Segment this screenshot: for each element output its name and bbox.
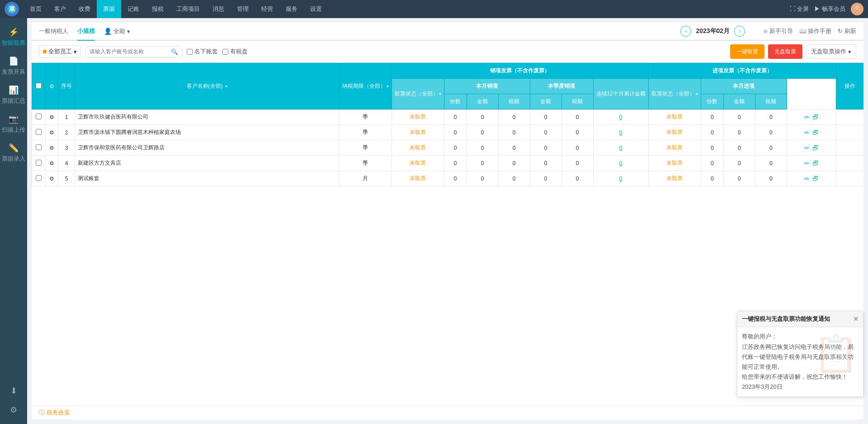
fullscreen-btn[interactable]: ⛶ 全屏	[790, 5, 809, 13]
th-monthly-purchase: 本月进项	[701, 79, 787, 94]
nav-customer[interactable]: 客户	[48, 0, 72, 18]
user-avatar[interactable]	[851, 3, 863, 15]
row-edit-icon[interactable]: ✏	[804, 144, 810, 152]
nav-service[interactable]: 服务	[279, 0, 304, 18]
summary-icon: 📊	[9, 85, 19, 95]
row-purchase-monthly-tax: 0	[755, 125, 787, 140]
sidebar-item-entry[interactable]: ✏️ 票据录入	[0, 138, 27, 167]
nav-settings[interactable]: 设置	[304, 0, 328, 18]
row-sales-monthly-tax: 0	[498, 110, 530, 125]
row-period: 季	[339, 156, 392, 171]
row-actions: ✏ 🗗	[787, 110, 836, 125]
smart-fetch-icon: ⚡	[9, 27, 19, 37]
row-checkbox[interactable]	[32, 156, 46, 171]
no-disk-fetch-btn[interactable]: 无盘取票	[768, 44, 802, 59]
tab-all-icon: 👤	[104, 28, 112, 35]
row-purchase-monthly-qty: 0	[701, 171, 723, 186]
search-btn[interactable]: 🔍	[167, 47, 182, 57]
row-purchase-monthly-tax: 0	[755, 171, 787, 186]
nav-invoice[interactable]: 票据	[97, 0, 121, 18]
tax-policy-link[interactable]: 税务政策	[47, 409, 70, 417]
th-checkbox	[32, 63, 46, 110]
row-purchase-monthly-qty: 0	[701, 140, 723, 156]
nav-home[interactable]: 首页	[24, 0, 48, 18]
checkbox-has-disk[interactable]: 有税盘	[222, 48, 248, 56]
select-all-checkbox[interactable]	[36, 83, 42, 89]
notification-close-btn[interactable]: ✕	[853, 315, 859, 323]
no-disk-ops-chevron: ▾	[848, 48, 851, 55]
row-sales-status: 未取票	[392, 156, 444, 171]
row-purchase-monthly-amount: 0	[723, 156, 755, 171]
tab-all[interactable]: 👤 全能 ▾	[104, 23, 130, 41]
row-edit-icon[interactable]: ✏	[804, 129, 810, 136]
row-checkbox[interactable]	[32, 125, 46, 140]
new-guide-btn[interactable]: ⊙ 新手引导	[763, 27, 793, 35]
row-view-icon[interactable]: 🗗	[812, 129, 819, 136]
sidebar-item-config[interactable]: ⚙	[8, 400, 19, 419]
row-checkbox[interactable]	[32, 171, 46, 186]
row-checkbox[interactable]	[32, 110, 46, 125]
date-prev-btn[interactable]: ‹	[680, 26, 691, 37]
top-nav-items: 首页 客户 收费 票据 记账 报税 工商项目 消息 管理 经营 服务 设置	[24, 0, 790, 18]
row-sales-monthly-tax: 0	[498, 125, 530, 140]
row-no: 4	[58, 156, 75, 171]
sidebar-item-smart-fetch[interactable]: ⚡ 智能取票	[0, 23, 27, 52]
date-next-btn[interactable]: ›	[734, 26, 745, 37]
no-disk-ops-btn[interactable]: 无盘取票操作 ▾	[806, 44, 856, 59]
row-purchase-monthly-amount: 0	[723, 171, 755, 186]
customer-filter-icon: ▾	[225, 84, 227, 89]
nav-accounting[interactable]: 记账	[121, 0, 146, 18]
tab-small[interactable]: 小规模	[77, 23, 95, 41]
svg-point-2	[855, 6, 859, 10]
sidebar-item-scan[interactable]: 📷 扫描上传	[0, 110, 27, 138]
row-edit-icon[interactable]: ✏	[804, 160, 810, 167]
row-view-icon[interactable]: 🗗	[812, 175, 819, 182]
row-sales-monthly-amount: 0	[467, 156, 498, 171]
row-sales-monthly-qty: 0	[444, 140, 467, 156]
row-sales-monthly-qty: 0	[444, 110, 467, 125]
row-sales-seasonal-tax: 0	[561, 171, 593, 186]
row-sales-seasonal-amount: 0	[530, 171, 561, 186]
sidebar-item-summary[interactable]: 📊 票据汇总	[0, 81, 27, 110]
nav-business[interactable]: 工商项目	[170, 0, 206, 18]
nav-fees[interactable]: 收费	[72, 0, 97, 18]
nav-message[interactable]: 消息	[206, 0, 231, 18]
row-edit-icon[interactable]: ✏	[804, 114, 810, 121]
row-view-icon[interactable]: 🗗	[812, 160, 819, 167]
row-purchase-monthly-tax: 0	[755, 110, 787, 125]
th-sales-monthly-qty: 份数	[444, 94, 467, 110]
th-tax-period: 纳税期限（全部）▾	[339, 63, 392, 110]
row-purchase-monthly-qty: 0	[701, 156, 723, 171]
row-actions: ✏ 🗗	[787, 125, 836, 140]
row-sales-monthly-amount: 0	[467, 171, 498, 186]
row-edit-icon[interactable]: ✏	[804, 175, 810, 182]
row-view-icon[interactable]: 🗗	[812, 144, 819, 152]
employee-chevron: ▾	[74, 48, 77, 55]
date-display: 2023年02月	[696, 27, 730, 35]
employee-select[interactable]: 全部员工 ▾	[39, 45, 81, 58]
th-sales-monthly-amount: 金额	[467, 94, 498, 110]
search-input[interactable]	[86, 47, 167, 57]
notification-bg-icon: 📋	[813, 332, 859, 384]
row-view-icon[interactable]: 🗗	[812, 114, 819, 121]
row-actions: ✏ 🗗	[787, 171, 836, 186]
checkbox-own-accounts[interactable]: 名下账套	[187, 48, 218, 56]
sidebar-item-invoice-open[interactable]: 📄 发票开具	[0, 52, 27, 81]
nav-tax[interactable]: 报税	[146, 0, 170, 18]
scan-icon: 📷	[9, 114, 19, 124]
tab-general[interactable]: 一般纳税人	[39, 23, 68, 41]
nav-ops[interactable]: 经营	[255, 0, 279, 18]
member-btn[interactable]: ▶ 畅享会员	[814, 5, 845, 13]
notification-title: 一键报税与无盘取票功能恢复通知	[742, 315, 830, 323]
invoice-open-icon: 📄	[9, 56, 19, 66]
th-purchase-monthly-tax: 税额	[755, 94, 787, 110]
sidebar-label-invoice-open: 发票开具	[2, 68, 25, 76]
one-key-fetch-btn[interactable]: 一键取票	[730, 44, 764, 59]
row-purchase-monthly-tax: 0	[755, 156, 787, 171]
refresh-btn[interactable]: ↻ 刷新	[838, 27, 856, 35]
manual-btn[interactable]: 📖 操作手册	[799, 27, 832, 35]
nav-manage[interactable]: 管理	[231, 0, 255, 18]
sidebar-item-download[interactable]: ⬇	[8, 381, 19, 400]
row-checkbox[interactable]	[32, 140, 46, 156]
download-icon: ⬇	[10, 386, 17, 396]
